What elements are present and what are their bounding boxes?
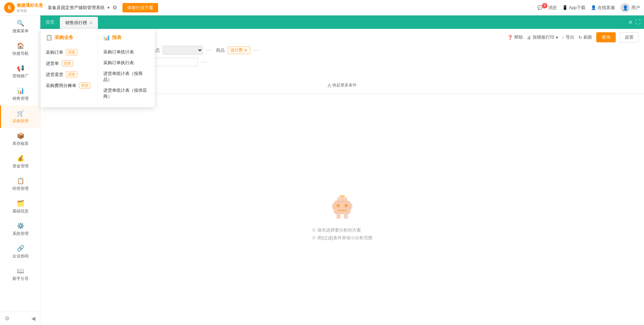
- system-title-area: 装备及固定资产辅助管理系统 ▾ ⚙ 体验行业方案: [48, 3, 537, 12]
- svg-rect-1: [337, 197, 347, 202]
- purchase-order-label: 采购订单: [46, 49, 63, 55]
- voucher-status-select[interactable]: [163, 46, 203, 55]
- help-action[interactable]: ❓ 帮助: [507, 34, 523, 40]
- export-action[interactable]: ↑ 导出: [562, 34, 575, 40]
- svg-point-3: [345, 204, 348, 207]
- voucher-status-more[interactable]: ···: [206, 47, 212, 53]
- sidebar-item-marketing-label: 营销推广: [12, 73, 29, 79]
- sidebar-item-operation-label: 经营管理: [12, 186, 29, 192]
- sidebar-item-operation[interactable]: 📋 经营管理: [0, 173, 40, 196]
- tab-sales-rank-label: 销售排行榜: [65, 20, 87, 26]
- dropdown-col2-label: 报表: [112, 35, 121, 41]
- report-col-icon: 📊: [103, 34, 110, 41]
- logo-area: 6 畅捷通好生意 标准版: [4, 2, 44, 13]
- tab-bar: 首页 销售排行榜 ✕ ✕ ⛶: [40, 15, 644, 29]
- dropdown-cols: 📋 采购业务 采购订单 历史 进货单 历史 进货退货 历史 采购费用分摊单 历史: [40, 34, 155, 102]
- sidebar-item-system[interactable]: ⚙️ 系统管理: [0, 218, 40, 241]
- search-icon: 🔍: [17, 19, 24, 27]
- sidebar-item-inventory[interactable]: 📦 库存核算: [0, 128, 40, 151]
- refresh-icon: ↻: [578, 35, 582, 40]
- history-badge-0: 历史: [66, 49, 77, 55]
- sales-icon: 📊: [17, 87, 24, 94]
- dropdown-item-order-exec[interactable]: 采购订单执行表: [103, 57, 150, 68]
- capital-icon: 💰: [17, 155, 24, 162]
- goods-group: 商品 设计费 ✕ ···: [216, 46, 259, 54]
- refresh-label: 刷新: [583, 34, 592, 40]
- tab-home[interactable]: 首页: [40, 15, 60, 29]
- sidebar-item-basic-label: 基础信息: [12, 208, 29, 214]
- goods-return-label: 进货退货: [46, 72, 63, 78]
- empty-text: ①请先选择要分析的方案 ②用[过滤]条件来缩小分析范围: [312, 226, 372, 242]
- empty-state: ①请先选择要分析的方案 ②用[过滤]条件来缩小分析范围: [40, 94, 644, 325]
- system-title: 装备及固定资产辅助管理系统: [48, 5, 105, 11]
- sidebar-item-basic[interactable]: 🗂️ 基础信息: [0, 196, 40, 218]
- print-action[interactable]: 🖨 按模板打印 ▾: [527, 34, 558, 40]
- user-label: 用户: [631, 5, 640, 11]
- service-icon: 👤: [591, 5, 596, 10]
- sidebar-settings-icon[interactable]: ⚙: [5, 315, 9, 322]
- order-stats-label: 采购订单统计表: [103, 49, 134, 55]
- dropdown-col1-label: 采购业务: [55, 35, 73, 41]
- dropdown-col2-title: 📊 报表: [103, 34, 150, 43]
- sidebar-item-guide[interactable]: 📖 新手引导: [0, 263, 40, 286]
- inventory-icon: 📦: [17, 132, 24, 139]
- dropdown-item-purchase-order[interactable]: 采购订单 历史: [46, 47, 92, 58]
- dropdown-item-purchase-cost[interactable]: 采购费用分摊单 历史: [46, 80, 92, 91]
- print-label: 按模板打印: [533, 34, 554, 40]
- dropdown-item-goods-stats-product[interactable]: 进货单统计表（按商品）: [103, 68, 150, 85]
- purchase-cost-label: 采购费用分摊单: [46, 83, 76, 89]
- tab-home-label: 首页: [46, 19, 55, 25]
- dropdown-item-goods-stats-supplier[interactable]: 进货单统计表（按供应商）: [103, 85, 150, 102]
- settings-button[interactable]: 设置: [620, 32, 639, 42]
- export-icon: ↑: [562, 35, 565, 40]
- sidebar-item-sales[interactable]: 📊 销售管理: [0, 83, 40, 106]
- salesperson-more[interactable]: ···: [201, 59, 207, 65]
- header-right: 💬 9 消息 📱 App下载 👤 在线客服 👤 用户: [537, 3, 640, 12]
- sidebar-item-enterprise[interactable]: 🔗 企业协同: [0, 241, 40, 263]
- tab-controls: ✕ ⛶: [628, 19, 644, 26]
- svg-rect-7: [336, 214, 341, 219]
- sidebar-item-search[interactable]: 🔍 搜索菜单: [0, 15, 40, 38]
- purchase-col-icon: 📋: [46, 34, 52, 41]
- sidebar-item-quick-label: 快捷导航: [12, 51, 29, 56]
- tab-close-btn[interactable]: ✕: [628, 19, 633, 26]
- goods-tag-close-icon[interactable]: ✕: [244, 48, 247, 53]
- sidebar-item-purchase-label: 采购管理: [12, 118, 29, 124]
- dropdown-item-goods-receipt[interactable]: 进货单 历史: [46, 58, 92, 69]
- message-badge: 9: [542, 3, 547, 8]
- tab-sales-rank[interactable]: 销售排行榜 ✕: [60, 17, 98, 29]
- online-service-action[interactable]: 👤 在线客服: [591, 5, 615, 11]
- goods-more[interactable]: ···: [253, 47, 259, 53]
- industry-btn[interactable]: 体验行业方案: [122, 3, 158, 12]
- sidebar-collapse-icon[interactable]: ◀: [31, 315, 35, 322]
- sidebar-item-capital[interactable]: 💰 资金管理: [0, 151, 40, 173]
- empty-tip1: 请先选择要分析的方案: [317, 228, 361, 233]
- logo-icon: 6: [4, 2, 15, 13]
- tab-close-icon[interactable]: ✕: [89, 21, 93, 25]
- tab-expand-btn[interactable]: ⛶: [635, 19, 641, 25]
- dropdown-item-goods-return[interactable]: 进货退货 历史: [46, 69, 92, 80]
- sidebar-bottom: ⚙ ◀: [0, 312, 40, 325]
- sidebar: 🔍 搜索菜单 🏠 快捷导航 📢 营销推广 📊 销售管理 🛒 采购管理 📦 库存核…: [0, 15, 40, 325]
- app-download-action[interactable]: 📱 App下载: [562, 5, 585, 11]
- online-service-label: 在线客服: [598, 5, 615, 11]
- print-dropdown-icon[interactable]: ▾: [556, 35, 558, 40]
- empty-tip2: 用[过滤]条件来缩小分析范围: [317, 235, 372, 240]
- sidebar-item-marketing[interactable]: 📢 营销推广: [0, 60, 40, 83]
- sidebar-item-guide-label: 新手引导: [12, 276, 29, 282]
- goods-tag[interactable]: 设计费 ✕: [227, 46, 250, 54]
- help-icon: ❓: [507, 35, 513, 40]
- svg-rect-6: [350, 203, 352, 209]
- history-badge-2: 历史: [66, 71, 77, 78]
- system-dropdown-icon[interactable]: ▾: [107, 5, 110, 10]
- refresh-action[interactable]: ↻ 刷新: [578, 34, 592, 40]
- sidebar-item-quick[interactable]: 🏠 快捷导航: [0, 38, 40, 60]
- order-exec-label: 采购订单执行表: [103, 60, 134, 66]
- settings-icon[interactable]: ⚙: [112, 4, 117, 11]
- dropdown-item-order-stats[interactable]: 采购订单统计表: [103, 47, 150, 57]
- sidebar-item-purchase[interactable]: 🛒 采购管理: [0, 106, 40, 128]
- query-button[interactable]: 查询: [596, 32, 616, 42]
- user-action[interactable]: 👤 用户: [620, 3, 640, 12]
- message-action[interactable]: 💬 9 消息: [537, 5, 557, 11]
- operation-icon: 📋: [17, 177, 24, 185]
